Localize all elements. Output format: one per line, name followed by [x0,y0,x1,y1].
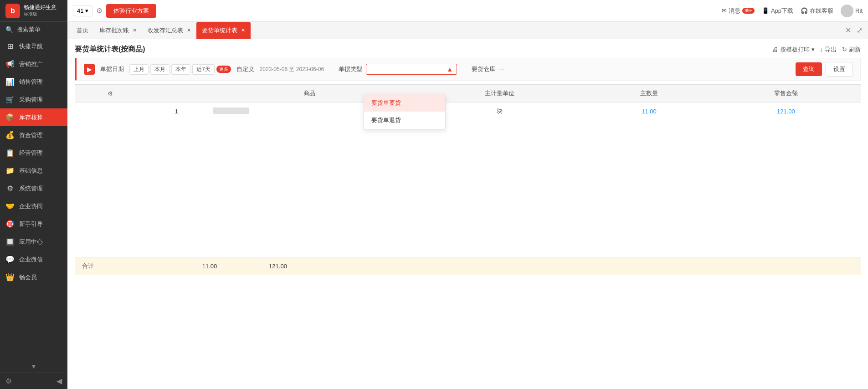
export-btn[interactable]: ↓ 导出 [820,46,837,54]
date-more-badge[interactable]: 更多 [216,66,231,73]
tab-receivable-summary-close[interactable]: ✕ [187,27,191,33]
sidebar-item-enterprise[interactable]: 🤝 企业协同 [0,197,67,215]
footer-total-label: 合计 [82,262,191,270]
tab-inventory-batch-label: 库存批次账 [99,26,129,35]
company-selector-num: 41 [77,7,83,14]
topbar: 41 ▾ ⚙ 体验行业方案 ✉ 消息 99+ 📱 App下载 🎧 在线客服 R [67,0,868,22]
refresh-btn[interactable]: ↻ 刷新 [842,46,861,54]
online-support-label: 在线客服 [810,7,833,15]
guide-icon: 🎯 [5,220,15,228]
sidebar-item-quick-nav-label: 快捷导航 [19,42,43,51]
tab-order-stats-label: 要货单统计表 [202,26,237,35]
tab-order-stats[interactable]: 要货单统计表 ✕ [196,22,251,39]
sidebar-item-base-info[interactable]: 📁 基础信息 [0,162,67,179]
sidebar-item-guide-label: 新手引导 [19,220,43,228]
online-support-btn[interactable]: 🎧 在线客服 [801,7,833,15]
sidebar-item-finance[interactable]: 💰 资金管理 [0,126,67,144]
sidebar-item-marketing[interactable]: 📢 营销推广 [0,55,67,73]
sidebar-scroll-down[interactable]: ▼ [0,360,67,373]
tab-inventory-batch-close[interactable]: ✕ [133,27,137,33]
company-selector[interactable]: 41 ▾ [73,5,92,16]
query-button[interactable]: 查询 [796,62,822,76]
table-footer: 合计 11.00 121.00 [75,257,861,275]
col-index [146,85,207,102]
system-icon: ⚙ [5,184,15,193]
collapse-icon[interactable]: ◀ [56,377,62,385]
sidebar-item-base-info-label: 基础信息 [19,167,43,175]
type-filter-label: 单据类型 [339,65,362,73]
tab-bar-close-btn[interactable]: ✕ [842,26,855,35]
quick-nav-icon: ⊞ [5,42,15,51]
sidebar-item-system[interactable]: ⚙ 系统管理 [0,179,67,197]
settings-bottom-icon[interactable]: ⚙ [5,377,12,385]
table-empty-area [67,120,868,257]
row-settings-cell [75,102,146,120]
page-header: 要货单统计表(按商品) 🖨 按模板打印 ▾ ↓ 导出 ↻ 刷新 [67,39,868,58]
sidebar-item-quick-nav[interactable]: ⊞ 快捷导航 [0,37,67,55]
this-month-btn[interactable]: 本月 [150,64,169,75]
last-month-btn[interactable]: 上月 [129,64,149,75]
messages-label: 消息 [729,7,740,15]
row-quantity-cell: 11.00 [587,102,711,120]
tab-home[interactable]: 首页 [71,22,94,39]
page-title: 要货单统计表(按商品) [75,45,145,54]
table-settings-icon[interactable]: ⚙ [108,90,113,97]
messages-btn[interactable]: ✉ 消息 99+ [722,7,755,15]
type-filter-input[interactable]: ▲ [366,64,457,75]
sidebar-item-wechat-label: 企业微信 [19,256,43,264]
type-filter-arrow-icon[interactable]: ▲ [447,66,453,73]
date-range-display: 2023-05-06 至 2023-06-06 [260,66,324,73]
print-chevron-icon: ▾ [812,46,815,53]
sidebar-item-inventory[interactable]: 📦 库存核算 [0,108,67,126]
management-icon: 📋 [5,148,15,157]
tab-bar-expand-btn[interactable]: ⤢ [855,26,864,35]
row-quantity-link[interactable]: 11.00 [642,108,657,115]
footer-quantity: 11.00 [191,263,228,270]
custom-date-btn[interactable]: 自定义 [236,65,254,73]
this-year-btn[interactable]: 本年 [171,64,190,75]
sidebar-item-enterprise-label: 企业协同 [19,202,43,210]
tab-receivable-summary[interactable]: 收发存汇总表 ✕ [142,22,196,39]
sidebar-item-sales[interactable]: 📊 销售管理 [0,73,67,91]
user-avatar-btn[interactable]: Rit [841,5,863,17]
last-7-days-btn[interactable]: 近7天 [192,64,215,75]
search-menu[interactable]: 🔍 搜索菜单 [0,22,67,37]
sidebar-item-finance-label: 资金管理 [19,131,43,139]
sidebar: b 畅捷通好生意 标准版 🔍 搜索菜单 ⊞ 快捷导航 📢 营销推广 📊 销售管理… [0,0,67,389]
sidebar-item-app-center[interactable]: 🔲 应用中心 [0,233,67,251]
sidebar-item-purchase[interactable]: 🛒 采购管理 [0,91,67,108]
row-amount-link[interactable]: 121.00 [777,108,795,115]
warehouse-filter-label: 要货仓库 [472,65,495,73]
dropdown-item-return[interactable]: 要货单退货 [364,112,445,129]
chevron-down-icon: ▾ [85,7,88,14]
sidebar-item-wechat[interactable]: 💬 企业微信 [0,251,67,268]
sidebar-item-management-label: 经营管理 [19,149,43,157]
sidebar-item-vip[interactable]: 👑 畅会员 [0,268,67,286]
filter-expand-btn[interactable]: ▶ [84,64,95,75]
sidebar-item-guide[interactable]: 🎯 新手引导 [0,215,67,233]
type-dropdown: 要货单要货 要货单退货 [364,94,446,129]
sidebar-bottom: ⚙ ◀ [0,373,67,389]
refresh-icon: ↻ [842,46,847,53]
print-template-btn[interactable]: 🖨 按模板打印 ▾ [772,46,815,54]
app-download-btn[interactable]: 📱 App下载 [762,7,793,15]
topbar-settings-icon[interactable]: ⚙ [96,6,103,15]
tab-order-stats-close[interactable]: ✕ [241,27,245,33]
headset-icon: 🎧 [801,7,808,14]
sidebar-item-system-label: 系统管理 [19,184,43,193]
promo-button[interactable]: 体验行业方案 [106,4,156,18]
col-settings[interactable]: ⚙ [75,85,146,102]
warehouse-more-icon[interactable]: ⋯ [499,66,505,73]
row-amount-cell: 121.00 [711,102,861,120]
search-icon: 🔍 [5,26,13,33]
sidebar-nav: ⊞ 快捷导航 📢 营销推广 📊 销售管理 🛒 采购管理 📦 库存核算 💰 资金管… [0,37,67,360]
topbar-left: 41 ▾ ⚙ 体验行业方案 [73,4,156,18]
page-actions: 🖨 按模板打印 ▾ ↓ 导出 ↻ 刷新 [772,46,861,54]
table-header-row: ⚙ 商品 主计量单位 主数量 零售金额 [75,85,861,102]
inventory-icon: 📦 [5,113,15,122]
dropdown-item-requisition[interactable]: 要货单要货 [364,94,445,112]
tab-inventory-batch[interactable]: 库存批次账 ✕ [94,22,142,39]
settings-button[interactable]: 设置 [826,62,853,77]
sidebar-item-management[interactable]: 📋 经营管理 [0,144,67,162]
filter-actions: 查询 设置 [796,62,853,77]
